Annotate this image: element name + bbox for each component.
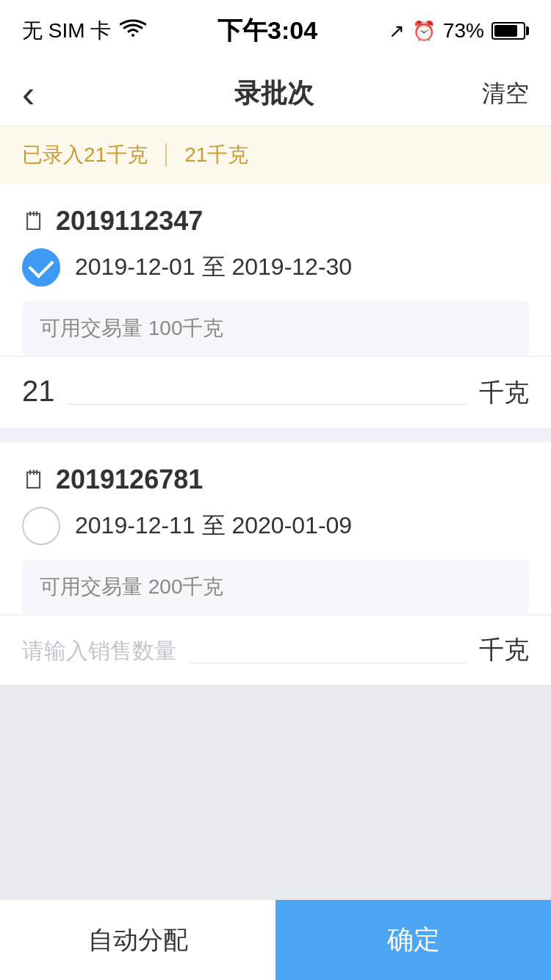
- radio-button-2[interactable]: [22, 507, 60, 545]
- page-title: 录批次: [234, 76, 314, 112]
- batch-date-2: 2019-12-11 至 2020-01-09: [75, 510, 352, 542]
- radio-button-1[interactable]: [22, 248, 60, 287]
- info-divider: [165, 143, 167, 167]
- batch-header-1: 🗒 2019112347: [22, 206, 529, 237]
- confirm-button[interactable]: 确定: [276, 900, 551, 980]
- batch-card-2: 🗒 2019126781 2019-12-11 至 2020-01-09 可用交…: [0, 442, 551, 614]
- quantity-value-1: 21: [22, 375, 55, 408]
- status-bar: 无 SIM 卡 下午3:04 ↗ ⏰ 73%: [0, 0, 551, 62]
- unit-label-2: 千克: [479, 633, 529, 667]
- batch-doc-icon-1: 🗒: [22, 207, 47, 236]
- quantity-input-area-2[interactable]: 请输入销售数量: [22, 636, 467, 666]
- quantity-row-2: 请输入销售数量 千克: [0, 616, 551, 685]
- batch-id-2: 2019126781: [56, 464, 203, 495]
- available-text-2: 可用交易量 200千克: [40, 575, 224, 598]
- footer: 自动分配 确定: [0, 899, 551, 980]
- unit-label-1: 千克: [479, 376, 529, 410]
- quantity-row-1: 21 千克: [0, 357, 551, 428]
- status-left: 无 SIM 卡: [22, 17, 146, 45]
- batch-date-1: 2019-12-01 至 2019-12-30: [75, 251, 352, 284]
- battery-icon: [491, 22, 529, 40]
- quantity-placeholder-2: 请输入销售数量: [22, 636, 176, 666]
- auto-distribute-button[interactable]: 自动分配: [0, 900, 276, 980]
- status-right: ↗ ⏰ 73%: [389, 19, 529, 43]
- location-icon: ↗: [389, 20, 405, 43]
- batch-doc-icon-2: 🗒: [22, 466, 47, 494]
- batch-card-1: 🗒 2019112347 2019-12-01 至 2019-12-30 可用交…: [0, 184, 551, 356]
- available-box-1: 可用交易量 100千克: [22, 301, 529, 356]
- alarm-icon: ⏰: [412, 20, 436, 43]
- nav-bar: ‹ 录批次 清空: [0, 62, 551, 126]
- batch-id-1: 2019112347: [56, 206, 203, 237]
- status-time: 下午3:04: [217, 14, 317, 48]
- batch-select-row-1[interactable]: 2019-12-01 至 2019-12-30: [22, 248, 529, 287]
- section-divider: [0, 428, 551, 442]
- quantity-input-area-1[interactable]: 21: [22, 375, 467, 408]
- batch-header-2: 🗒 2019126781: [22, 464, 529, 495]
- wifi-icon: [120, 19, 146, 43]
- back-button[interactable]: ‹: [22, 75, 66, 113]
- content-scroll: 已录入21千克 21千克 🗒 2019112347 2019-12-01 至 2…: [0, 126, 551, 980]
- recorded-label: 已录入21千克: [22, 141, 148, 169]
- available-box-2: 可用交易量 200千克: [22, 560, 529, 614]
- quantity-underline-2: [188, 663, 467, 663]
- quantity-underline-1: [67, 404, 468, 405]
- recorded-value: 21千克: [184, 141, 248, 169]
- info-bar: 已录入21千克 21千克: [0, 126, 551, 184]
- clear-button[interactable]: 清空: [482, 78, 529, 110]
- battery-percent: 73%: [443, 19, 484, 43]
- carrier-label: 无 SIM 卡: [22, 17, 111, 45]
- batch-select-row-2[interactable]: 2019-12-11 至 2020-01-09: [22, 507, 529, 545]
- available-text-1: 可用交易量 100千克: [40, 317, 224, 339]
